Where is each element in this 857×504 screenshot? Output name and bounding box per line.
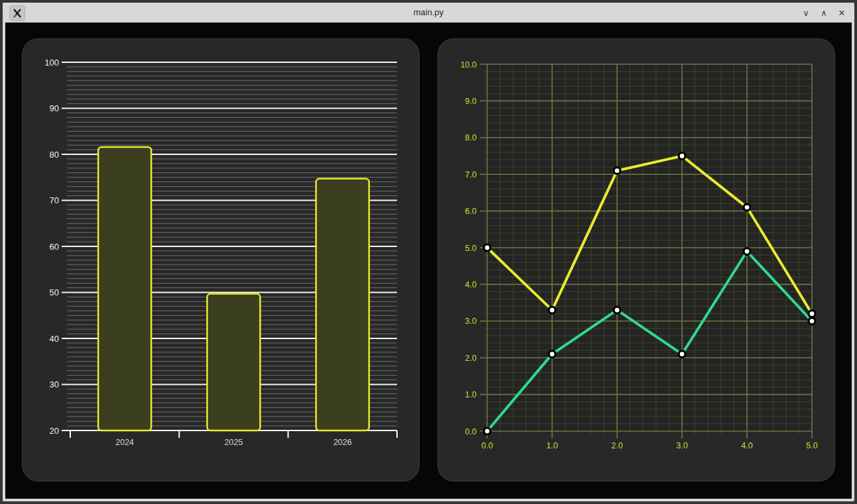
- svg-text:1.0: 1.0: [546, 441, 557, 450]
- svg-text:20: 20: [50, 426, 59, 436]
- svg-text:30: 30: [50, 379, 59, 389]
- svg-text:4.0: 4.0: [741, 441, 752, 450]
- bar-chart: 2030405060708090100202420252026: [23, 39, 419, 481]
- svg-text:5.0: 5.0: [465, 244, 477, 253]
- line-chart-panel: 0.01.02.03.04.05.06.07.08.09.010.00.01.0…: [437, 38, 835, 481]
- svg-text:2.0: 2.0: [465, 354, 477, 363]
- svg-text:1.0: 1.0: [465, 390, 477, 399]
- line-chart: 0.01.02.03.04.05.06.07.08.09.010.00.01.0…: [438, 39, 834, 481]
- svg-text:7.0: 7.0: [465, 170, 477, 179]
- svg-text:3.0: 3.0: [465, 317, 477, 326]
- svg-text:0.0: 0.0: [481, 441, 492, 450]
- minimize-button[interactable]: ∨: [800, 7, 812, 19]
- window-title: main.py: [3, 3, 854, 23]
- svg-text:3.0: 3.0: [676, 441, 687, 450]
- maximize-button[interactable]: ∧: [818, 7, 830, 19]
- window-controls: ∨ ∧ ✕: [800, 3, 848, 23]
- svg-text:2026: 2026: [333, 438, 352, 447]
- svg-text:2024: 2024: [115, 438, 134, 447]
- svg-text:60: 60: [50, 242, 59, 252]
- title-bar[interactable]: main.py ∨ ∧ ✕: [3, 3, 854, 23]
- svg-text:80: 80: [50, 150, 59, 160]
- close-button[interactable]: ✕: [836, 7, 848, 19]
- svg-text:9.0: 9.0: [465, 97, 477, 106]
- svg-text:0.0: 0.0: [465, 427, 477, 436]
- svg-text:10.0: 10.0: [461, 60, 477, 70]
- window-content: 2030405060708090100202420252026 0.01.02.…: [5, 23, 852, 499]
- app-window: main.py ∨ ∧ ✕ 20304050607080901002024202…: [3, 3, 854, 501]
- svg-text:70: 70: [50, 195, 59, 205]
- bar-chart-panel: 2030405060708090100202420252026: [22, 38, 420, 481]
- svg-text:2025: 2025: [225, 438, 243, 447]
- svg-text:5.0: 5.0: [806, 441, 817, 450]
- svg-text:40: 40: [50, 334, 59, 344]
- svg-text:50: 50: [50, 287, 59, 297]
- svg-text:90: 90: [50, 103, 59, 113]
- svg-text:6.0: 6.0: [465, 207, 477, 216]
- svg-text:100: 100: [44, 58, 59, 68]
- svg-text:4.0: 4.0: [465, 280, 477, 289]
- svg-text:2.0: 2.0: [611, 441, 622, 450]
- svg-text:8.0: 8.0: [465, 133, 477, 142]
